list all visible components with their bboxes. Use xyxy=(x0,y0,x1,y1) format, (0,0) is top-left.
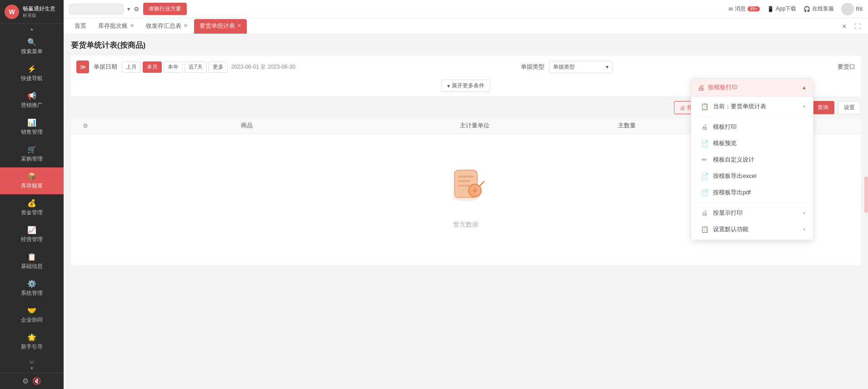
sales-icon: 📊 xyxy=(27,118,36,127)
date-btn-7days[interactable]: 近7天 xyxy=(185,61,207,73)
finance-icon: 💰 xyxy=(27,199,36,207)
query-btn[interactable]: 查询 xyxy=(812,101,834,114)
dropdown-header[interactable]: 🖨 按模板打印 ▲ xyxy=(691,79,813,96)
system-icon: ⚙️ xyxy=(27,279,36,288)
tab-order-stats[interactable]: 要货单统计表 ✕ xyxy=(194,19,247,34)
template-print-dropdown: 🖨 按模板打印 ▲ 📋 当前：要货单统计表 ▾ 🖨 模板打印 📄 xyxy=(691,78,813,240)
sidebar-item-system[interactable]: ⚙️ 系统管理 xyxy=(0,275,64,302)
date-buttons: 上月 本月 本年 近7天 更多 2023-06-01 至 2023-06-30 xyxy=(122,61,295,73)
tab-expand-icon[interactable]: ⛶ xyxy=(853,21,863,32)
expand-more-btn[interactable]: ▾ 展开更多条件 xyxy=(441,80,490,92)
date-btn-last-month[interactable]: 上月 xyxy=(122,61,141,73)
yh-label: 要货口 xyxy=(838,63,855,71)
dropdown-export-excel[interactable]: 📄 按模板导出excel xyxy=(691,168,813,184)
date-label: 单据日期 xyxy=(94,63,117,71)
sidebar-scroll-up[interactable]: ▲ xyxy=(0,24,64,33)
topbar-right: ✉ 消息 99+ 📱 App下载 🎧 在线客服 Rit xyxy=(728,3,863,15)
type-label: 单据类型 xyxy=(521,63,544,71)
tab-home[interactable]: 首页 xyxy=(69,19,92,34)
sidebar-item-collab[interactable]: 🤝 企业协同 xyxy=(0,302,64,328)
empty-illustration xyxy=(443,161,489,215)
page-title: 要货单统计表(按商品) xyxy=(71,40,861,51)
export-excel-icon: 📄 xyxy=(700,172,708,180)
sidebar-item-finance[interactable]: 💰 资金管理 xyxy=(0,194,64,221)
sidebar-item-marketing[interactable]: 📢 营销推广 xyxy=(0,87,64,114)
svg-rect-4 xyxy=(458,180,470,182)
sidebar-item-sales[interactable]: 📊 销售管理 xyxy=(0,114,64,141)
purchase-icon: 🛒 xyxy=(27,145,36,154)
dropdown-printer-icon: 🖨 xyxy=(698,84,704,91)
col-qty: 主数量 xyxy=(551,121,703,130)
settings-btn[interactable]: 设置 xyxy=(838,101,861,114)
app-download-btn[interactable]: 📱 App下载 xyxy=(767,5,796,13)
dropdown-current-item[interactable]: 📋 当前：要货单统计表 ▾ xyxy=(691,98,813,115)
expand-icon: ▾ xyxy=(447,83,450,89)
printer-icon: 🖨 xyxy=(680,105,685,111)
sidebar-scroll-down[interactable]: ▼ xyxy=(0,364,64,373)
tab-batch[interactable]: 库存批次账 ✕ xyxy=(93,19,140,34)
tab-collection-close[interactable]: ✕ xyxy=(184,23,188,29)
dropdown-header-left: 🖨 按模板打印 xyxy=(698,83,738,91)
dropdown-set-default[interactable]: 📋 设置默认功能 ▾ xyxy=(691,221,813,237)
filter-toggle-btn[interactable]: ≫ xyxy=(76,61,89,73)
template-preview-icon: 📄 xyxy=(700,140,708,147)
search-icon: 🔍 xyxy=(27,38,36,46)
shortcut-icon: ⚡ xyxy=(27,65,36,73)
col-unit: 主计量单位 xyxy=(399,121,551,130)
date-btn-more[interactable]: 更多 xyxy=(209,61,228,73)
topbar-dropdown[interactable]: ▾ xyxy=(127,6,130,12)
sidebar-item-search[interactable]: 🔍 搜索菜单 xyxy=(0,33,64,60)
type-select[interactable]: 单据类型 ▾ xyxy=(549,61,613,73)
template-design-icon: ✏ xyxy=(700,156,708,163)
mute-icon[interactable]: 🔇 xyxy=(32,377,41,385)
sidebar-item-operation[interactable]: 📈 经营管理 xyxy=(0,221,64,248)
set-default-icon: 📋 xyxy=(700,226,708,233)
dropdown-display-print[interactable]: 🖨 按显示打印 ▾ xyxy=(691,205,813,221)
sidebar-item-appstore[interactable]: 📱 应用中心 xyxy=(0,355,64,364)
display-print-icon: 🖨 xyxy=(700,209,708,217)
message-icon: ✉ xyxy=(728,6,733,12)
industry-btn[interactable]: 体验行业方案 xyxy=(143,3,187,15)
dropdown-template-print[interactable]: 🖨 模板打印 xyxy=(691,119,813,135)
date-btn-this-year[interactable]: 本年 xyxy=(164,61,183,73)
sidebar-item-purchase[interactable]: 🛒 采购管理 xyxy=(0,141,64,167)
date-btn-this-month[interactable]: 本月 xyxy=(143,61,162,73)
filter-row: ≫ 单据日期 上月 本月 本年 近7天 更多 2023-06-01 至 2023… xyxy=(76,61,855,73)
sidebar-item-guide[interactable]: 🌟 新手引导 xyxy=(0,328,64,355)
message-btn[interactable]: ✉ 消息 99+ xyxy=(728,5,760,13)
appstore-icon: 📱 xyxy=(27,360,36,364)
page-area: 要货单统计表(按商品) ≫ 单据日期 上月 本月 本年 近7天 更多 2023-… xyxy=(64,35,868,389)
topbar: ▾ ⚙ 体验行业方案 ✉ 消息 99+ 📱 App下载 🎧 在线客服 Rit xyxy=(64,0,868,18)
settings-icon[interactable]: ⚙ xyxy=(22,377,29,385)
date-range: 2023-06-01 至 2023-06-30 xyxy=(231,63,295,71)
dropdown-export-pdf[interactable]: 📄 按模板导出pdf xyxy=(691,184,813,201)
download-icon: 📱 xyxy=(767,6,774,12)
sidebar-item-shortcut[interactable]: ⚡ 快捷导航 xyxy=(0,60,64,87)
tab-collection[interactable]: 收发存汇总表 ✕ xyxy=(140,19,193,34)
sidebar: W 畅赢通好生意 标准版 ▲ 🔍 搜索菜单 ⚡ 快捷导航 📢 营销推广 📊 销售… xyxy=(0,0,64,389)
sidebar-item-inventory[interactable]: 📦 库存核算 xyxy=(0,167,64,194)
current-item-arrow: ▾ xyxy=(803,104,806,110)
service-icon: 🎧 xyxy=(803,6,810,12)
right-scrollbar[interactable] xyxy=(864,177,868,213)
tab-batch-close[interactable]: ✕ xyxy=(130,23,134,29)
empty-text: 暂无数据 xyxy=(453,221,479,229)
main-content: ▾ ⚙ 体验行业方案 ✉ 消息 99+ 📱 App下载 🎧 在线客服 Rit xyxy=(64,0,868,389)
user-avatar[interactable]: Rit xyxy=(841,3,863,15)
topbar-search-input[interactable] xyxy=(69,4,124,15)
tabs-bar: 首页 库存批次账 ✕ 收发存汇总表 ✕ 要货单统计表 ✕ ✕ ⛶ xyxy=(64,18,868,35)
col-gear[interactable]: ⚙ xyxy=(76,122,95,129)
tab-order-stats-close[interactable]: ✕ xyxy=(237,23,241,29)
topbar-gear-icon[interactable]: ⚙ xyxy=(134,5,140,13)
dropdown-section-current: 📋 当前：要货单统计表 ▾ xyxy=(691,96,813,117)
sidebar-item-basic[interactable]: 📋 基础信息 xyxy=(0,248,64,275)
tab-close-all-icon[interactable]: ✕ xyxy=(840,21,849,32)
online-service-btn[interactable]: 🎧 在线客服 xyxy=(803,5,834,13)
display-print-arrow: ▾ xyxy=(803,210,806,216)
tabs-right: ✕ ⛶ xyxy=(840,21,863,32)
dropdown-template-preview[interactable]: 📄 模板预览 xyxy=(691,135,813,152)
collab-icon: 🤝 xyxy=(27,306,36,315)
svg-rect-3 xyxy=(458,176,474,177)
sidebar-logo: W 畅赢通好生意 标准版 xyxy=(0,0,64,24)
dropdown-template-design[interactable]: ✏ 模板自定义设计 xyxy=(691,152,813,168)
